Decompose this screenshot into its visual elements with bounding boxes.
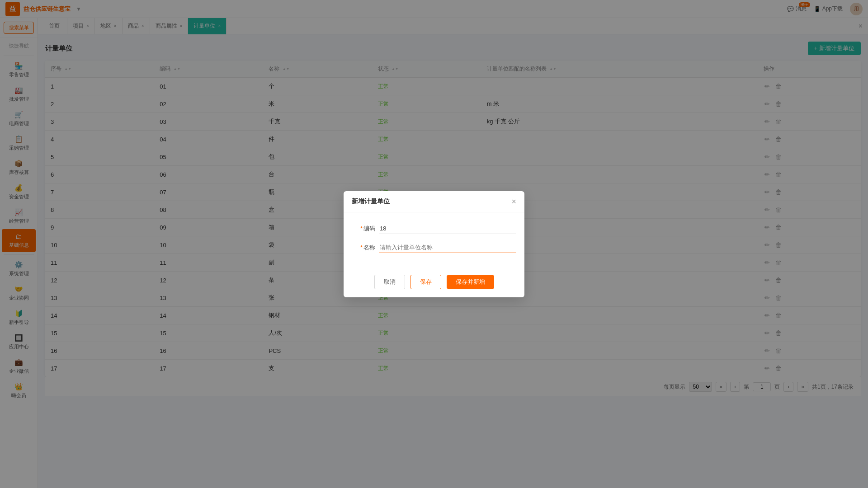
cancel-btn[interactable]: 取消 <box>374 275 405 289</box>
modal-footer: 取消 保存 保存并新增 <box>344 268 524 297</box>
code-required-mark: * <box>360 225 363 232</box>
add-unit-modal: 新增计量单位 × *编码 *名称 取消 保存 保存并新增 <box>344 191 524 297</box>
code-input[interactable] <box>379 223 516 234</box>
save-and-new-btn[interactable]: 保存并新增 <box>447 275 494 289</box>
code-label: *编码 <box>352 225 379 233</box>
name-label: *名称 <box>352 244 379 252</box>
form-row-name: *名称 <box>352 242 516 253</box>
modal-body: *编码 *名称 <box>344 212 524 268</box>
modal-overlay[interactable]: 新增计量单位 × *编码 *名称 取消 保存 保存并新增 <box>0 0 868 488</box>
modal-header: 新增计量单位 × <box>344 191 524 212</box>
name-required-mark: * <box>360 244 363 251</box>
save-btn[interactable]: 保存 <box>410 275 441 289</box>
modal-close-btn[interactable]: × <box>511 197 516 206</box>
form-row-code: *编码 <box>352 223 516 234</box>
name-input[interactable] <box>379 242 516 253</box>
modal-title: 新增计量单位 <box>352 197 390 206</box>
